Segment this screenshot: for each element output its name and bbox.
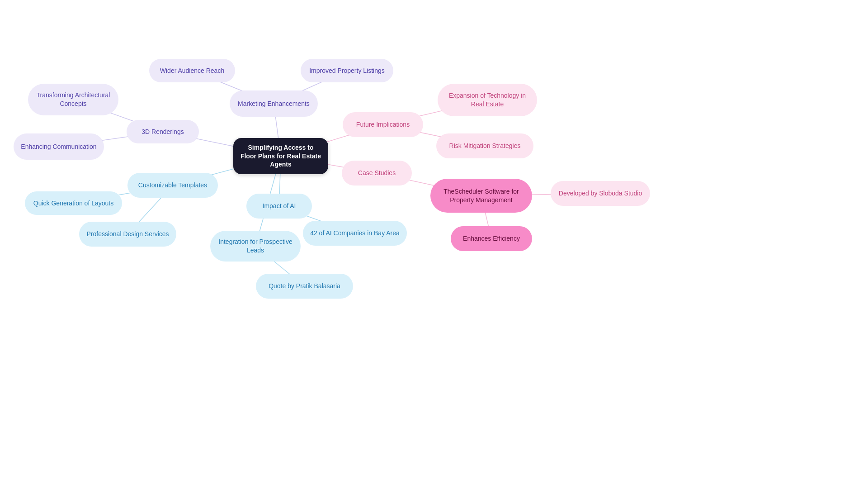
node-scheduler[interactable]: TheScheduler Software for Property Manag… — [430, 179, 532, 213]
node-future[interactable]: Future Implications — [343, 112, 423, 137]
node-impact[interactable]: Impact of AI — [246, 194, 312, 219]
node-renderings[interactable]: 3D Renderings — [127, 120, 199, 143]
node-casestudies[interactable]: Case Studies — [342, 161, 412, 186]
node-wider[interactable]: Wider Audience Reach — [149, 59, 235, 82]
node-risk[interactable]: Risk Mitigation Strategies — [436, 133, 533, 158]
node-quick[interactable]: Quick Generation of Layouts — [25, 191, 122, 215]
node-quote[interactable]: Quote by Pratik Balasaria — [256, 274, 353, 299]
mindmap-container: Simplifying Access to Floor Plans for Re… — [0, 0, 868, 490]
node-efficiency[interactable]: Enhances Efficiency — [451, 226, 532, 251]
node-integration[interactable]: Integration for Prospective Leads — [210, 231, 301, 262]
node-transforming[interactable]: Transforming Architectural Concepts — [28, 84, 118, 115]
node-enhancing[interactable]: Enhancing Communication — [14, 133, 104, 160]
node-improved[interactable]: Improved Property Listings — [301, 59, 393, 82]
node-customizable[interactable]: Customizable Templates — [127, 173, 218, 198]
node-center[interactable]: Simplifying Access to Floor Plans for Re… — [233, 138, 328, 174]
node-expansion[interactable]: Expansion of Technology in Real Estate — [438, 84, 537, 116]
node-marketing[interactable]: Marketing Enhancements — [230, 90, 318, 117]
node-sloboda[interactable]: Developed by Sloboda Studio — [551, 181, 650, 206]
node-professional[interactable]: Professional Design Services — [79, 222, 176, 247]
node-companies[interactable]: 42 of AI Companies in Bay Area — [303, 221, 407, 246]
